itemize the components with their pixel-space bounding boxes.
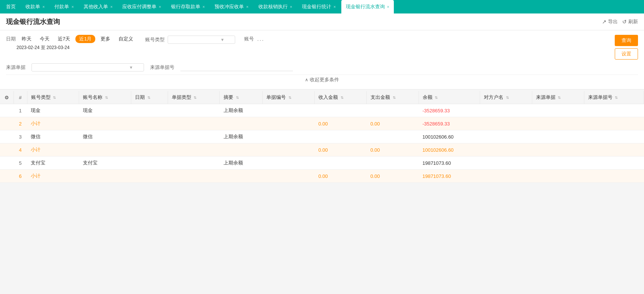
date-btn-7days[interactable]: 近7天 <box>55 35 73 43</box>
table-row: 1 现金 现金 上期余额 -3528659.33 <box>0 104 644 117</box>
nav-tab-fukuan[interactable]: 付款单 × <box>50 0 78 13</box>
sort-icon: ⇅ <box>435 96 438 100</box>
column-expense[interactable]: 支出金额 ⇅ <box>366 91 419 104</box>
nav-tab-shoukuan[interactable]: 收款单 × <box>21 0 49 13</box>
chevron-down-icon: ▼ <box>221 37 225 42</box>
sort-icon: ⇅ <box>558 96 561 100</box>
column-counterpart[interactable]: 对方户名 ⇅ <box>480 91 532 104</box>
date-range: 2023-02-24 至 2023-03-24 <box>17 45 69 50</box>
row-balance: 19871073.60 <box>419 157 480 170</box>
column-account-name[interactable]: 账号名称 ⇅ <box>79 91 131 104</box>
row-gear <box>0 157 14 170</box>
row-account-name: 支付宝 <box>79 157 131 170</box>
column-gear[interactable]: ⚙ <box>0 91 14 104</box>
column-income[interactable]: 收入金额 ⇅ <box>315 91 367 104</box>
row-date <box>131 143 168 157</box>
sort-icon: ⇅ <box>147 96 150 100</box>
nav-tab-yhcqk[interactable]: 银行存取款单 × <box>167 0 209 13</box>
row-doc-type <box>168 157 220 170</box>
close-icon[interactable]: × <box>290 4 292 9</box>
row-source-doc <box>532 117 584 130</box>
column-date[interactable]: 日期 ⇅ <box>131 91 168 104</box>
collapse-bar[interactable]: ∧ 收起更多条件 <box>6 75 638 85</box>
row-doc-type <box>168 130 220 143</box>
date-btn-custom[interactable]: 自定义 <box>116 35 136 43</box>
row-source-doc <box>532 104 584 117</box>
close-icon[interactable]: × <box>71 4 74 9</box>
column-balance[interactable]: 余额 ⇅ <box>419 91 480 104</box>
row-account-type: 小计 <box>27 117 79 130</box>
sort-icon: ⇅ <box>615 96 618 100</box>
table-row: 6 小计 0.00 0.00 19871073.60 <box>0 170 644 183</box>
row-gear <box>0 117 14 130</box>
account-dots[interactable]: ... <box>257 36 264 42</box>
nav-tab-ysyftz[interactable]: 应收应付调整单 × <box>118 0 165 13</box>
table-header-row: ⚙ # 账号类型 ⇅ 账号名称 ⇅ 日期 ⇅ 单据类型 ⇅ <box>0 91 644 104</box>
row-source-doc-no <box>584 130 644 143</box>
column-summary[interactable]: 摘要 ⇅ <box>220 91 263 104</box>
row-counterpart <box>480 157 532 170</box>
row-expense: 0.00 <box>366 143 419 157</box>
nav-tab-skhxzx[interactable]: 收款核销执行 × <box>254 0 297 13</box>
nav-tab-yscys[interactable]: 预收冲应收单 × <box>210 0 253 13</box>
column-source-doc-no[interactable]: 来源单据号 ⇅ <box>584 91 644 104</box>
row-doc-no <box>263 130 315 143</box>
date-btn-yesterday[interactable]: 昨天 <box>19 35 35 43</box>
sort-icon: ⇅ <box>393 96 396 100</box>
column-account-type[interactable]: 账号类型 ⇅ <box>27 91 79 104</box>
close-icon[interactable]: × <box>110 4 113 9</box>
source-doc-select[interactable]: ▼ <box>32 63 144 72</box>
sort-icon: ⇅ <box>506 96 509 100</box>
column-doc-type[interactable]: 单据类型 ⇅ <box>168 91 220 104</box>
source-doc-no-input[interactable] <box>180 64 293 71</box>
row-account-type: 小计 <box>27 170 79 183</box>
row-income <box>315 104 367 117</box>
nav-tab-qtsr[interactable]: 其他收入单 × <box>79 0 117 13</box>
sort-icon: ⇅ <box>288 96 291 100</box>
row-expense <box>366 157 419 170</box>
nav-home[interactable]: 首页 <box>2 0 20 13</box>
row-income: 0.00 <box>315 143 367 157</box>
setting-button[interactable]: 设置 <box>615 48 638 60</box>
column-source-doc[interactable]: 来源单据 ⇅ <box>532 91 584 104</box>
nav-tab-xjyhls[interactable]: 现金银行流水查询 × <box>341 0 394 13</box>
row-expense <box>366 130 419 143</box>
row-summary <box>220 117 263 130</box>
date-btn-today[interactable]: 今天 <box>37 35 53 43</box>
source-doc-no-label: 来源单据号 <box>150 64 174 71</box>
row-summary <box>220 143 263 157</box>
close-icon[interactable]: × <box>387 4 389 9</box>
export-button[interactable]: ↗ 导出 <box>602 18 618 25</box>
date-btn-more[interactable]: 更多 <box>98 35 113 43</box>
date-btn-1month[interactable]: 近1月 <box>75 35 95 43</box>
query-button[interactable]: 查询 <box>615 35 638 46</box>
row-account-type: 现金 <box>27 104 79 117</box>
row-source-doc <box>532 157 584 170</box>
close-icon[interactable]: × <box>203 4 205 9</box>
column-doc-no[interactable]: 单据编号 ⇅ <box>263 91 315 104</box>
row-counterpart <box>480 104 532 117</box>
row-gear <box>0 130 14 143</box>
row-source-doc-no <box>584 143 644 157</box>
row-counterpart <box>480 130 532 143</box>
row-date <box>131 170 168 183</box>
row-source-doc <box>532 143 584 157</box>
date-options: 昨天 今天 近7天 近1月 更多 自定义 <box>19 35 136 43</box>
close-icon[interactable]: × <box>246 4 248 9</box>
row-doc-no <box>263 117 315 130</box>
close-icon[interactable]: × <box>159 4 161 9</box>
row-source-doc-no <box>584 104 644 117</box>
row-doc-no <box>263 104 315 117</box>
account-type-label: 账号类型 <box>145 36 165 43</box>
row-num: 5 <box>14 157 27 170</box>
nav-tab-xjyhtj[interactable]: 现金银行统计 × <box>297 0 340 13</box>
header-actions: ↗ 导出 ↺ 刷新 <box>602 18 638 25</box>
row-doc-type <box>168 117 220 130</box>
data-table: ⚙ # 账号类型 ⇅ 账号名称 ⇅ 日期 ⇅ 单据类型 ⇅ <box>0 91 644 183</box>
row-balance: 100102606.60 <box>419 130 480 143</box>
account-type-select[interactable]: ▼ <box>168 36 235 44</box>
refresh-button[interactable]: ↺ 刷新 <box>622 18 638 25</box>
close-icon[interactable]: × <box>42 4 45 9</box>
close-icon[interactable]: × <box>333 4 336 9</box>
row-account-type: 小计 <box>27 143 79 157</box>
